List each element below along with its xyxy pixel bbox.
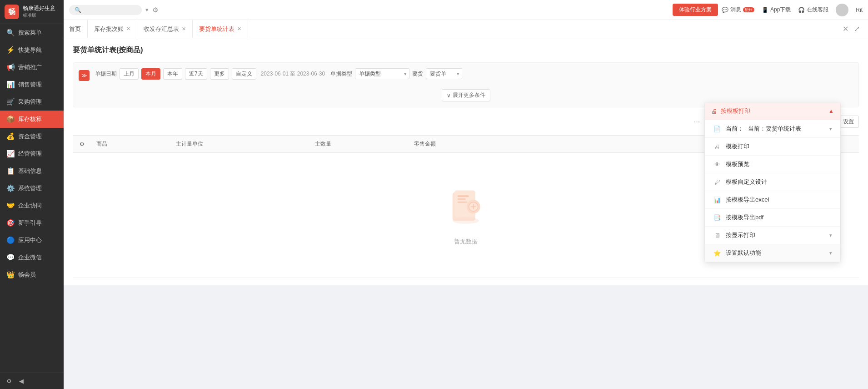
dropdown-display-print-left: 🖥 按显示打印 xyxy=(713,231,755,239)
date-filter-label: 单据日期 xyxy=(95,70,117,78)
online-service-label: 在线客服 xyxy=(807,6,828,14)
settings-footer-icon[interactable]: ⚙ xyxy=(6,378,12,384)
window-close-btn[interactable]: ✕ xyxy=(840,25,851,33)
tab-order-stats[interactable]: 要货单统计表 ✕ xyxy=(193,20,248,38)
sidebar-item-finance[interactable]: 💰 资金管理 xyxy=(0,128,64,145)
guide-icon: 🎯 xyxy=(6,219,15,227)
sidebar-item-sales[interactable]: 📊 销售管理 xyxy=(0,76,64,93)
current-doc-icon: 📄 xyxy=(713,126,721,132)
topbar-dropdown-icon[interactable]: ▾ xyxy=(145,6,149,13)
sidebar-item-basic[interactable]: 📋 基础信息 xyxy=(0,162,64,180)
search-icon: 🔍 xyxy=(6,29,15,37)
sound-footer-icon[interactable]: ◀ xyxy=(19,378,24,384)
dropdown-display-print[interactable]: 🖥 按显示打印 ▾ xyxy=(705,227,840,244)
apps-icon: 🔵 xyxy=(6,236,15,244)
basic-icon: 📋 xyxy=(6,167,15,175)
date-btn-this-month[interactable]: 本月 xyxy=(141,68,160,80)
tab-inventory-batch-label: 库存批次账 xyxy=(94,25,124,33)
empty-text: 暂无数据 xyxy=(454,237,478,246)
sidebar-search[interactable]: 🔍 搜索菜单 xyxy=(0,24,64,41)
date-btn-custom[interactable]: 自定义 xyxy=(232,68,256,80)
printer-icon: 🖨 xyxy=(711,108,717,115)
sidebar-item-apps[interactable]: 🔵 应用中心 xyxy=(0,232,64,249)
tab-inventory-batch-close[interactable]: ✕ xyxy=(126,26,130,32)
dropdown-template-print[interactable]: 🖨 模板打印 xyxy=(705,138,840,156)
date-btn-this-year[interactable]: 本年 xyxy=(163,68,182,80)
dropdown-set-default[interactable]: ⭐ 设置默认功能 ▾ xyxy=(705,244,840,262)
user-name: Rit xyxy=(856,7,863,13)
messages-label: 消息 xyxy=(730,6,741,14)
search-label: 搜索菜单 xyxy=(18,29,42,37)
sidebar-item-system[interactable]: ⚙️ 系统管理 xyxy=(0,180,64,197)
logo-text-block: 畅康通好生意 标准版 xyxy=(23,5,55,19)
tab-home[interactable]: 首页 xyxy=(69,20,88,38)
sidebar-item-label: 营销推广 xyxy=(18,63,42,71)
dropdown-set-default-label: 设置默认功能 xyxy=(726,249,761,257)
main-content: 🔍 ▾ ⚙ 体验行业方案 💬 消息 99+ 📱 App下载 🎧 在线客服 Rit xyxy=(64,0,868,389)
dropdown-template-print-label: 模板打印 xyxy=(726,142,749,151)
sidebar-item-marketing[interactable]: 📢 营销推广 xyxy=(0,59,64,76)
template-print-dropdown: 🖨 按模板打印 ▲ 📄 当前： 当前：要货单统计表 ▾ 🖨 模板打印 👁 模板预… xyxy=(704,102,841,263)
app-icon: 📱 xyxy=(762,7,768,13)
dropdown-current-value: 当前：要货单统计表 xyxy=(748,125,801,133)
date-btn-7days[interactable]: 近7天 xyxy=(185,68,207,80)
sidebar-item-enterprise[interactable]: 🤝 企业协同 xyxy=(0,197,64,214)
dropdown-export-excel[interactable]: 📊 按模板导出excel xyxy=(705,191,840,209)
wechat-icon: 💬 xyxy=(6,253,15,262)
service-icon: 🎧 xyxy=(798,7,805,13)
dropdown-current-item[interactable]: 📄 当前： 当前：要货单统计表 ▾ xyxy=(705,120,840,138)
topbar-actions: 💬 消息 99+ 📱 App下载 🎧 在线客服 Rit xyxy=(722,4,863,16)
filter-toggle-btn[interactable]: ≫ xyxy=(79,70,90,81)
topbar-search-box[interactable]: 🔍 xyxy=(69,5,142,15)
messages-action[interactable]: 💬 消息 99+ xyxy=(722,6,754,14)
dropdown-collapse-icon[interactable]: ▲ xyxy=(828,108,834,114)
sidebar-item-member[interactable]: 👑 畅会员 xyxy=(0,266,64,283)
settings-btn[interactable]: 设置 xyxy=(838,116,859,128)
col-quantity: 主数量 xyxy=(309,136,409,153)
topbar-gear-icon[interactable]: ⚙ xyxy=(152,6,158,14)
date-btn-last-month[interactable]: 上月 xyxy=(120,68,139,80)
user-avatar[interactable] xyxy=(836,4,848,16)
industry-btn[interactable]: 体验行业方案 xyxy=(673,4,718,16)
sidebar-item-label: 系统管理 xyxy=(18,184,42,192)
system-icon: ⚙️ xyxy=(6,184,15,192)
expand-btn[interactable]: ∨ 展开更多条件 xyxy=(442,89,490,101)
dropdown-header[interactable]: 🖨 按模板打印 ▲ xyxy=(705,102,840,120)
logo-title: 畅康通好生意 xyxy=(23,5,55,12)
shortcut-icon: ⚡ xyxy=(6,46,15,54)
more-actions-btn[interactable]: ··· xyxy=(694,118,700,126)
dropdown-template-preview[interactable]: 👁 模板预览 xyxy=(705,156,840,173)
dropdown-export-pdf-label: 按模板导出pdf xyxy=(726,213,763,222)
tab-order-stats-close[interactable]: ✕ xyxy=(237,26,241,32)
sidebar-item-wechat[interactable]: 💬 企业微信 xyxy=(0,249,64,266)
dropdown-export-pdf[interactable]: 📑 按模板导出pdf xyxy=(705,209,840,227)
sidebar-nav: ⚡ 快捷导航 📢 营销推广 📊 销售管理 🛒 采购管理 📦 库存核算 💰 资金管… xyxy=(0,41,64,373)
type-select[interactable]: 单据类型 xyxy=(355,68,409,79)
dropdown-header-left: 🖨 按模板打印 xyxy=(711,107,750,115)
page-title: 要货单统计表(按商品) xyxy=(73,45,859,55)
sidebar-item-label: 基础信息 xyxy=(18,167,42,175)
online-service-action[interactable]: 🎧 在线客服 xyxy=(798,6,828,14)
member-icon: 👑 xyxy=(6,271,15,279)
col-settings[interactable]: ⚙ xyxy=(73,136,91,153)
tab-inventory-batch[interactable]: 库存批次账 ✕ xyxy=(88,20,137,38)
finance-icon: 💰 xyxy=(6,132,15,141)
enterprise-icon: 🤝 xyxy=(6,202,15,210)
sidebar-item-purchase[interactable]: 🛒 采购管理 xyxy=(0,93,64,111)
dropdown-template-custom[interactable]: 🖊 模板自定义设计 xyxy=(705,173,840,191)
sidebar-item-shortcut[interactable]: ⚡ 快捷导航 xyxy=(0,41,64,59)
date-btn-more[interactable]: 更多 xyxy=(210,68,229,80)
sidebar-footer: ⚙ ◀ xyxy=(0,373,64,389)
tab-receipt-summary[interactable]: 收发存汇总表 ✕ xyxy=(137,20,193,38)
tab-receipt-summary-label: 收发存汇总表 xyxy=(144,25,179,33)
sidebar-item-operations[interactable]: 📈 经营管理 xyxy=(0,145,64,162)
tab-receipt-summary-close[interactable]: ✕ xyxy=(182,26,186,32)
sidebar-item-guide[interactable]: 🎯 新手引导 xyxy=(0,214,64,232)
yh-select[interactable]: 要货单 xyxy=(426,68,462,79)
app-download-action[interactable]: 📱 App下载 xyxy=(762,6,791,14)
svg-rect-3 xyxy=(458,195,469,197)
dropdown-template-preview-label: 模板预览 xyxy=(726,160,749,168)
window-expand-btn[interactable]: ⤢ xyxy=(851,25,863,33)
sidebar-item-inventory[interactable]: 📦 库存核算 xyxy=(0,111,64,128)
export-excel-icon: 📊 xyxy=(713,197,721,203)
